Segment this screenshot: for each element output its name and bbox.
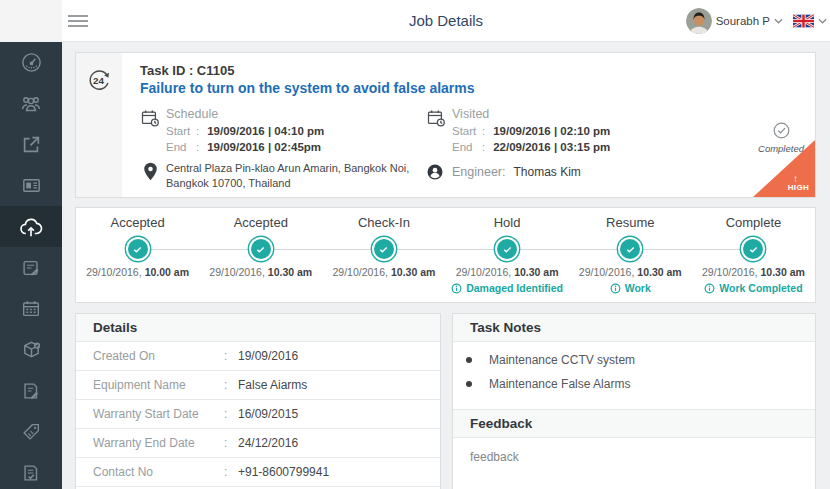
tag-icon bbox=[20, 421, 42, 443]
sidebar-item-calendar[interactable] bbox=[0, 288, 62, 329]
status-timeline: Accepted 29/10/2016,10.00 am Accepted 29… bbox=[75, 207, 816, 303]
task-notes-title: Task Notes bbox=[453, 314, 815, 342]
sidebar-item-package-check[interactable] bbox=[0, 329, 62, 370]
feedback-text: feedback bbox=[453, 438, 815, 476]
step-check-icon bbox=[497, 239, 517, 259]
step-check-icon bbox=[128, 239, 148, 259]
location-pin-icon bbox=[143, 162, 158, 181]
sidebar-header-corner bbox=[0, 0, 62, 42]
visited-end: 22/09/2016 | 03:15 pm bbox=[493, 141, 610, 153]
schedule-calendar-icon bbox=[140, 108, 160, 128]
engineer-icon bbox=[426, 163, 444, 181]
news-icon bbox=[20, 174, 43, 197]
task-notes-panel: Task Notes Maintenance CCTV system Maint… bbox=[452, 313, 816, 489]
detail-row: Created On:19/09/2016 bbox=[76, 342, 440, 371]
svg-text:24: 24 bbox=[93, 75, 104, 86]
timeline-step: Hold 29/10/2016,10.30 am Damaged Identif… bbox=[446, 215, 569, 302]
sidebar-item-news[interactable] bbox=[0, 165, 62, 206]
file-edit-icon bbox=[20, 380, 42, 402]
package-check-icon bbox=[20, 338, 43, 361]
bullet-icon bbox=[466, 357, 472, 363]
avatar-image bbox=[686, 8, 712, 34]
visited-calendar-icon bbox=[426, 108, 446, 128]
calendar-icon bbox=[20, 298, 42, 320]
note-edit-icon bbox=[20, 257, 42, 279]
task-summary-card: 24 Task ID : C1105 Failure to turn on th… bbox=[75, 52, 816, 198]
priority-up-arrow-icon: ↑ bbox=[793, 174, 798, 183]
timeline-step: Accepted 29/10/2016,10.30 am bbox=[199, 215, 322, 302]
step-check-icon bbox=[743, 239, 763, 259]
task-title[interactable]: Failure to turn on the system to avoid f… bbox=[140, 80, 815, 96]
sidebar-item-cloud-upload[interactable] bbox=[0, 206, 62, 247]
task-id: Task ID : C1105 bbox=[140, 63, 815, 78]
timeline-step: Check-In 29/10/2016,10.30 am bbox=[322, 215, 445, 302]
info-icon bbox=[451, 283, 462, 294]
uk-flag-icon[interactable] bbox=[793, 14, 814, 28]
user-avatar[interactable] bbox=[686, 8, 712, 34]
schedule-start: 19/09/2016 | 04:10 pm bbox=[207, 125, 324, 137]
file-check-icon bbox=[20, 462, 42, 484]
info-icon bbox=[610, 283, 621, 294]
main-content: 24 Task ID : C1105 Failure to turn on th… bbox=[62, 42, 830, 489]
timeline-step: Complete 29/10/2016,10.30 am Work Comple… bbox=[692, 215, 815, 302]
timeline-step: Resume 29/10/2016,10.30 am Work bbox=[569, 215, 692, 302]
detail-row: Contact No:+91-8600799941 bbox=[76, 458, 440, 487]
sidebar-item-team[interactable] bbox=[0, 83, 62, 124]
schedule-label: Schedule bbox=[166, 107, 324, 121]
detail-row: Warranty End Date:24/12/2016 bbox=[76, 429, 440, 458]
share-icon bbox=[20, 134, 42, 156]
note-item: Maintenance CCTV system bbox=[466, 353, 802, 367]
step-check-icon bbox=[374, 239, 394, 259]
sidebar-item-dashboard[interactable] bbox=[0, 42, 62, 83]
task-address: Central Plaza Pin-klao Arun Amarin, Bang… bbox=[166, 161, 409, 192]
visited-start: 19/09/2016 | 02:10 pm bbox=[493, 125, 610, 137]
chevron-down-icon[interactable] bbox=[818, 18, 827, 24]
details-panel: Details Created On:19/09/2016 Equipment … bbox=[75, 313, 441, 489]
user-name[interactable]: Sourabh P bbox=[716, 15, 770, 27]
sidebar-item-note-edit[interactable] bbox=[0, 247, 62, 288]
cloud-upload-icon bbox=[18, 214, 44, 240]
feedback-title: Feedback bbox=[453, 409, 815, 438]
status-badge: Completed bbox=[751, 121, 811, 154]
engineer-label: Engineer: bbox=[452, 165, 506, 179]
sidebar-item-file-edit[interactable] bbox=[0, 370, 62, 411]
completed-check-icon bbox=[772, 121, 791, 140]
detail-row: Warranty Start Date:16/09/2015 bbox=[76, 400, 440, 429]
visited-label: Visited bbox=[452, 107, 610, 121]
step-check-icon bbox=[251, 239, 271, 259]
sidebar-nav bbox=[0, 42, 62, 489]
24-hour-icon: 24 bbox=[84, 65, 114, 95]
step-check-icon bbox=[620, 239, 640, 259]
top-header: Job Details Sourabh P bbox=[62, 0, 830, 42]
bullet-icon bbox=[466, 381, 472, 387]
sidebar-item-share[interactable] bbox=[0, 124, 62, 165]
schedule-end: 19/09/2016 | 02:45pm bbox=[207, 141, 321, 153]
note-item: Maintenance False Alarms bbox=[466, 377, 802, 391]
detail-row: Equipment Name:False Aiarms bbox=[76, 371, 440, 400]
task-card-strip: 24 bbox=[76, 53, 122, 197]
engineer-name: Thomas Kim bbox=[514, 165, 581, 179]
chevron-down-icon[interactable] bbox=[774, 18, 783, 24]
details-title: Details bbox=[76, 314, 440, 342]
timeline-step: Accepted 29/10/2016,10.00 am bbox=[76, 215, 199, 302]
sidebar-item-tag[interactable] bbox=[0, 411, 62, 452]
dashboard-icon bbox=[20, 51, 43, 74]
team-icon bbox=[19, 92, 43, 116]
info-icon bbox=[704, 283, 715, 294]
sidebar-item-file-check[interactable] bbox=[0, 452, 62, 489]
